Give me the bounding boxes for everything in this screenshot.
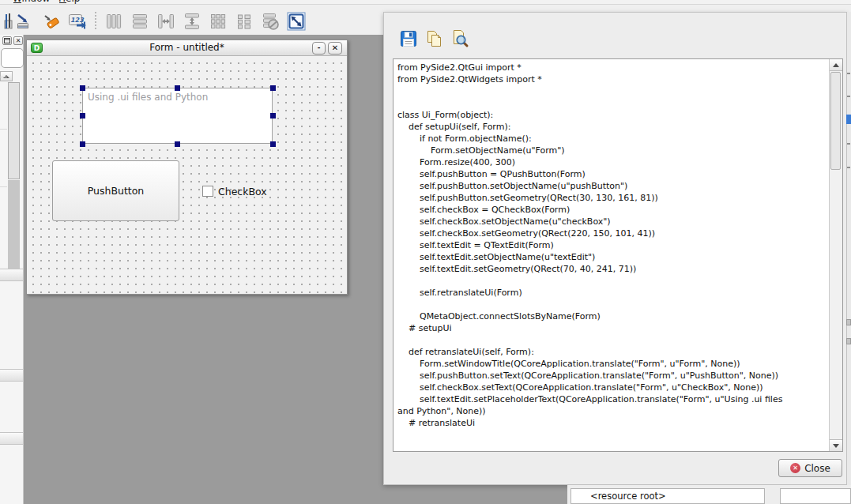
checkbox-indicator[interactable] [202, 186, 213, 197]
layout-grid-icon[interactable] [207, 10, 228, 32]
pushbutton-widget[interactable]: PushButton [52, 160, 179, 221]
break-layout-glyph [261, 12, 280, 31]
panel-scroll-mark [846, 338, 851, 344]
panel-row-mark [847, 96, 850, 97]
widget-category-row[interactable] [0, 369, 23, 382]
selection-handle[interactable] [80, 113, 85, 118]
break-layout-icon[interactable] [259, 10, 281, 32]
edit-widgets-glyph [0, 12, 13, 31]
selected-row-mark [846, 115, 851, 124]
list-separator [0, 186, 7, 187]
generated-python-code[interactable]: from PySide2.QtGui import * from PySide2… [393, 59, 842, 429]
copy-icon[interactable] [424, 29, 443, 48]
layout-horizontal-icon[interactable] [103, 10, 124, 32]
form-window-titlebar: Form - untitled* D - ✕ [27, 40, 347, 56]
scrollbar-thumb[interactable] [830, 72, 841, 170]
selection-handle[interactable] [175, 141, 180, 147]
scroll-down-button[interactable] [830, 439, 842, 451]
layout-splitter-vertical-icon[interactable] [181, 10, 202, 32]
dock-scrollbar-track[interactable] [8, 180, 20, 273]
signals-slots-glyph [15, 12, 34, 31]
layout-vertical-icon[interactable] [129, 10, 150, 32]
save-icon[interactable] [399, 29, 418, 48]
edit-signals-slots-icon[interactable] [13, 10, 35, 32]
adjust-size-glyph [286, 11, 307, 32]
find-in-code-icon[interactable] [450, 29, 469, 48]
svg-text:123: 123 [70, 16, 85, 23]
selection-handle[interactable] [80, 141, 85, 147]
mnemonic-underline [59, 2, 66, 3]
edit-buddies-icon[interactable] [40, 10, 62, 32]
edit-tab-order-icon[interactable]: 123 [66, 10, 88, 32]
qt-designer-main-window: Window Help 123 [0, 0, 851, 504]
layout-horizontal-glyph [104, 12, 123, 31]
widget-box-dock: ✕ [0, 35, 24, 504]
dock-scrollbar-thumb[interactable] [8, 82, 20, 179]
minimize-button[interactable]: - [312, 42, 326, 55]
resource-browser-dock: <resource root> [567, 485, 851, 504]
find-glyph [450, 29, 469, 48]
menubar: Window Help [0, 0, 851, 5]
selection-handle[interactable] [270, 141, 276, 147]
selection-handle[interactable] [80, 85, 85, 91]
layout-grid-glyph [209, 12, 228, 31]
resource-tree-panel[interactable]: <resource root> [570, 488, 765, 504]
close-button[interactable]: ✕ [328, 42, 342, 55]
widget-category-row[interactable] [0, 432, 23, 445]
splitter-vertical-glyph [183, 12, 201, 31]
panel-scroll-mark [846, 319, 851, 325]
dialog-close-button[interactable]: ✕ Close [778, 459, 842, 477]
dock-float-icon[interactable] [2, 36, 12, 45]
panel-row-mark [847, 143, 850, 145]
edit-widgets-icon[interactable] [0, 10, 14, 32]
float-glyph [4, 38, 10, 43]
layout-vertical-glyph [130, 12, 149, 31]
list-separator [0, 77, 7, 77]
dock-close-icon[interactable]: ✕ [13, 36, 23, 45]
selection-handle[interactable] [175, 85, 180, 91]
scroll-up-button[interactable] [830, 59, 842, 71]
code-view[interactable]: from PySide2.QtGui import * from PySide2… [393, 58, 843, 452]
list-separator [0, 129, 7, 130]
tab-order-glyph: 123 [67, 12, 88, 31]
copy-glyph [424, 29, 443, 48]
resource-list-panel[interactable] [780, 488, 851, 504]
view-code-dialog: from PySide2.QtGui import * from PySide2… [383, 12, 847, 485]
checkbox-label[interactable]: CheckBox [218, 186, 267, 197]
layout-splitter-horizontal-icon[interactable] [155, 10, 176, 32]
textedit-widget[interactable]: Using .ui files and Python [82, 88, 273, 144]
buddy-tag-glyph [42, 12, 61, 31]
close-button-label: Close [804, 463, 830, 474]
code-scrollbar[interactable] [829, 59, 842, 451]
adjust-size-icon[interactable] [285, 10, 307, 32]
designer-form-icon: D [31, 43, 43, 53]
save-glyph [399, 29, 418, 48]
form-window-title: Form - untitled* [27, 42, 347, 53]
toolbar-separator [95, 12, 96, 29]
selection-handle[interactable] [270, 85, 276, 91]
selection-handle[interactable] [270, 113, 276, 118]
close-circle-icon: ✕ [790, 463, 800, 473]
widget-filter-input[interactable] [1, 48, 24, 68]
panel-row-mark [847, 73, 850, 74]
right-panel-sliver [847, 12, 851, 485]
layout-form-icon[interactable] [233, 10, 254, 32]
form-editor-window: Form - untitled* D - ✕ Using .ui files a… [26, 39, 348, 295]
resource-root-item[interactable]: <resource root> [571, 489, 764, 502]
form-canvas[interactable]: Using .ui files and Python PushButton Ch… [27, 56, 347, 294]
mnemonic-underline [13, 2, 21, 3]
layout-form-glyph [235, 12, 254, 31]
widget-category-row[interactable] [0, 269, 23, 281]
panel-row-mark [847, 167, 850, 168]
splitter-horizontal-glyph [156, 12, 175, 31]
